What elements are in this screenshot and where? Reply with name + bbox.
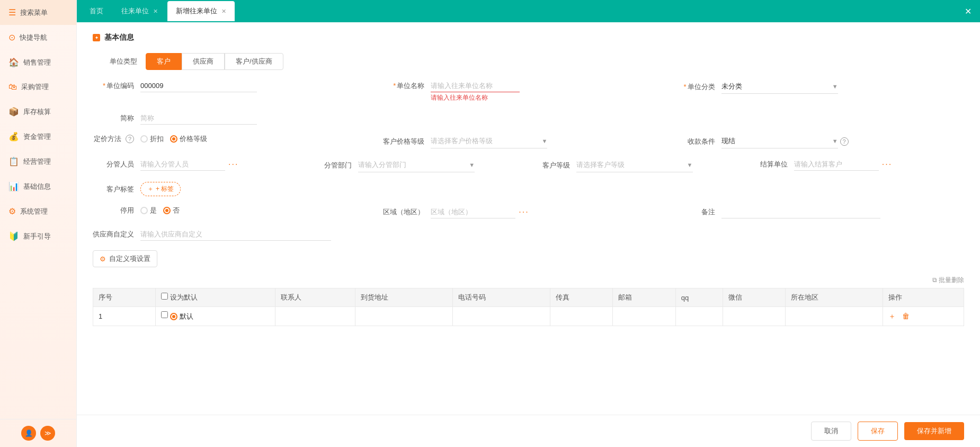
category-select[interactable]: 未分类 ▼: [721, 80, 838, 94]
payment-terms-select[interactable]: 现结 ▼: [721, 134, 838, 148]
col-wechat: 微信: [723, 288, 786, 307]
settlement-unit-label: 结算单位: [746, 160, 794, 169]
region-input[interactable]: [431, 206, 515, 218]
sidebar-item-inventory[interactable]: 📦 库存核算: [0, 99, 76, 124]
tab-contacts-close[interactable]: ✕: [153, 8, 158, 15]
customer-level-label: 客户等级: [529, 161, 576, 170]
cell-index: 1: [93, 307, 156, 326]
contacts-table: 序号 设为默认 联系人 到货地址 电话号码 传真 邮箱 qq 微信 所在地区 操…: [93, 288, 964, 326]
unit-type-customer[interactable]: 客户: [146, 53, 182, 70]
manager-more[interactable]: ···: [225, 160, 242, 169]
search-icon: ☰: [8, 7, 16, 17]
unit-type-label: 单位类型: [93, 57, 146, 66]
user-avatar[interactable]: 👤: [21, 426, 36, 441]
name-required: *: [393, 82, 396, 90]
copy-icon: ⧉: [932, 276, 937, 284]
department-select[interactable]: 请输入分管部门 ▼: [358, 158, 475, 172]
cell-actions: ＋ 🗑: [883, 307, 964, 326]
sidebar-item-quick-nav[interactable]: ⊙ 快捷导航: [0, 25, 76, 50]
custom-settings-button[interactable]: ⚙ 自定义项设置: [93, 250, 157, 267]
sidebar-item-system[interactable]: ⚙ 系统管理: [0, 199, 76, 224]
disabled-no-circle: [163, 207, 171, 214]
unit-type-both[interactable]: 客户/供应商: [225, 53, 283, 70]
row-pricing: 定价方法 ? 折扣 价格等级 客户价格等级 请选择客户价: [93, 134, 964, 148]
section-icon: ✦: [93, 34, 100, 41]
tab-contacts[interactable]: 往来单位 ✕: [113, 2, 166, 21]
settlement-unit-input[interactable]: [794, 158, 879, 171]
tab-new-contact-close[interactable]: ✕: [221, 8, 226, 15]
save-and-new-button[interactable]: 保存并新增: [904, 422, 964, 440]
add-tag-button[interactable]: ＋ + 标签: [140, 182, 181, 196]
cell-contact: [275, 307, 355, 326]
notes-input[interactable]: [721, 206, 880, 218]
pricing-radio-group: 折扣 价格等级: [140, 134, 207, 144]
group-pricing: 定价方法 ? 折扣 价格等级: [93, 134, 383, 144]
row-supplier-custom: 供应商自定义: [93, 228, 964, 241]
tag-plus-icon: ＋: [147, 185, 154, 194]
group-disabled: 停用 是 否: [93, 206, 383, 215]
sidebar-item-search[interactable]: ☰ 搜索菜单: [0, 0, 76, 25]
disabled-radio-no[interactable]: 否: [163, 206, 180, 215]
unit-type-supplier[interactable]: 供应商: [182, 53, 225, 70]
save-button[interactable]: 保存: [858, 422, 898, 441]
batch-delete-label[interactable]: 批量删除: [939, 276, 964, 284]
group-manager: 分管人员 ···: [93, 158, 310, 171]
cancel-button[interactable]: 取消: [811, 422, 851, 441]
short-name-input[interactable]: [140, 112, 257, 125]
pricing-label: 定价方法 ?: [93, 134, 140, 144]
name-label: *单位名称: [383, 81, 431, 91]
select-all-checkbox[interactable]: [161, 293, 168, 300]
group-payment-terms: 收款条件 现结 ▼ ?: [674, 134, 964, 148]
system-icon: ⚙: [8, 206, 16, 216]
form-area: ✦ 基本信息 单位类型 客户 供应商 客户/供应商 *单位编码 *单位名称: [77, 22, 980, 415]
sidebar-item-purchase[interactable]: 🛍 采购管理: [0, 75, 76, 99]
row-short-name: 简称: [93, 112, 964, 125]
tab-new-contact[interactable]: 新增往来单位 ✕: [167, 1, 235, 21]
pricing-help-icon[interactable]: ?: [126, 135, 134, 143]
region-more[interactable]: ···: [515, 207, 532, 217]
sidebar-item-sales[interactable]: 🏠 销售管理: [0, 50, 76, 75]
customer-level-value: 请选择客户等级: [576, 158, 685, 172]
row-customer-tag: 客户标签 ＋ + 标签: [93, 182, 964, 196]
window-close-button[interactable]: ✕: [960, 6, 976, 16]
manager-input[interactable]: [140, 158, 225, 171]
group-name: *单位名称 请输入往来单位名称: [383, 80, 673, 102]
row-delete-icon[interactable]: 🗑: [902, 312, 910, 320]
customer-price-level-select[interactable]: 请选择客户价格等级 ▼: [431, 134, 547, 148]
col-fax: 传真: [550, 288, 612, 307]
tab-home[interactable]: 首页: [81, 2, 112, 21]
cell-default: 默认: [156, 307, 275, 326]
sidebar-item-guide[interactable]: 🔰 新手引导: [0, 224, 76, 249]
department-value: 请输入分管部门: [358, 158, 467, 172]
section-title: ✦ 基本信息: [93, 33, 964, 42]
region-label: 区域（地区）: [383, 207, 431, 217]
payment-terms-help-icon[interactable]: ?: [840, 137, 849, 146]
pricing-radio-price-level[interactable]: 价格等级: [170, 134, 207, 144]
pricing-radio-discount[interactable]: 折扣: [140, 134, 164, 144]
supplier-custom-input[interactable]: [140, 228, 331, 241]
customer-level-arrow: ▼: [687, 162, 693, 168]
gear-icon: ⚙: [100, 255, 106, 263]
manager-label: 分管人员: [93, 160, 140, 169]
customer-tag-label: 客户标签: [93, 185, 140, 194]
quick-nav-icon: ⊙: [8, 32, 15, 42]
disabled-radio-yes[interactable]: 是: [140, 206, 157, 215]
settlement-unit-more[interactable]: ···: [879, 160, 895, 169]
customer-level-select[interactable]: 请选择客户等级 ▼: [576, 158, 693, 172]
cell-email: [613, 307, 675, 326]
name-input[interactable]: [431, 80, 520, 92]
row-add-icon[interactable]: ＋: [888, 312, 896, 320]
cell-region: [786, 307, 883, 326]
sidebar-item-finance[interactable]: 💰 资金管理: [0, 124, 76, 149]
default-radio[interactable]: [170, 313, 177, 320]
sidebar-bottom: 👤 ≫: [0, 419, 76, 447]
sidebar-item-basic-info[interactable]: 📊 基础信息: [0, 174, 76, 199]
expand-icon[interactable]: ≫: [40, 426, 55, 441]
col-contact: 联系人: [275, 288, 355, 307]
disabled-radio-group: 是 否: [140, 206, 180, 215]
code-input[interactable]: [140, 80, 257, 92]
sidebar-item-operations[interactable]: 📋 经营管理: [0, 149, 76, 174]
row-checkbox[interactable]: [161, 311, 168, 318]
group-notes: 备注: [674, 206, 964, 218]
col-region: 所在地区: [786, 288, 883, 307]
